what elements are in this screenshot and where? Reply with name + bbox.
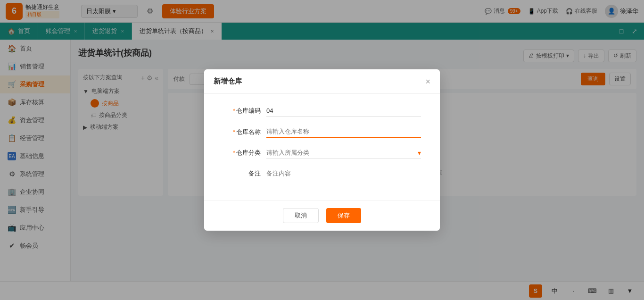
modal-new-warehouse: 新增仓库 × *仓库编码 *仓库名称 *仓库分类 — [204, 69, 440, 231]
modal-header: 新增仓库 × — [204, 69, 440, 94]
required-star-name: * — [233, 128, 235, 135]
modal-overlay[interactable]: 新增仓库 × *仓库编码 *仓库名称 *仓库分类 — [0, 0, 644, 300]
form-row-code: *仓库编码 — [223, 105, 421, 117]
warehouse-name-input[interactable] — [266, 126, 421, 138]
category-select-input[interactable] — [266, 147, 418, 158]
required-star-code: * — [233, 107, 235, 114]
select-arrow-icon: ▾ — [418, 149, 421, 157]
required-star-category: * — [233, 149, 235, 156]
category-label: *仓库分类 — [223, 149, 261, 157]
cancel-button[interactable]: 取消 — [283, 208, 319, 223]
warehouse-code-input[interactable] — [266, 105, 421, 117]
note-label: 备注 — [223, 169, 261, 178]
modal-close-button[interactable]: × — [425, 77, 430, 86]
category-select-wrapper[interactable]: ▾ — [266, 147, 421, 158]
form-row-name: *仓库名称 — [223, 126, 421, 138]
warehouse-note-input[interactable] — [266, 168, 421, 179]
save-button[interactable]: 保存 — [326, 208, 361, 223]
modal-body: *仓库编码 *仓库名称 *仓库分类 ▾ — [204, 94, 440, 200]
code-label: *仓库编码 — [223, 107, 261, 115]
name-label: *仓库名称 — [223, 128, 261, 136]
form-row-category: *仓库分类 ▾ — [223, 147, 421, 158]
modal-footer: 取消 保存 — [204, 200, 440, 231]
form-row-note: 备注 — [223, 168, 421, 179]
modal-title: 新增仓库 — [214, 77, 242, 86]
